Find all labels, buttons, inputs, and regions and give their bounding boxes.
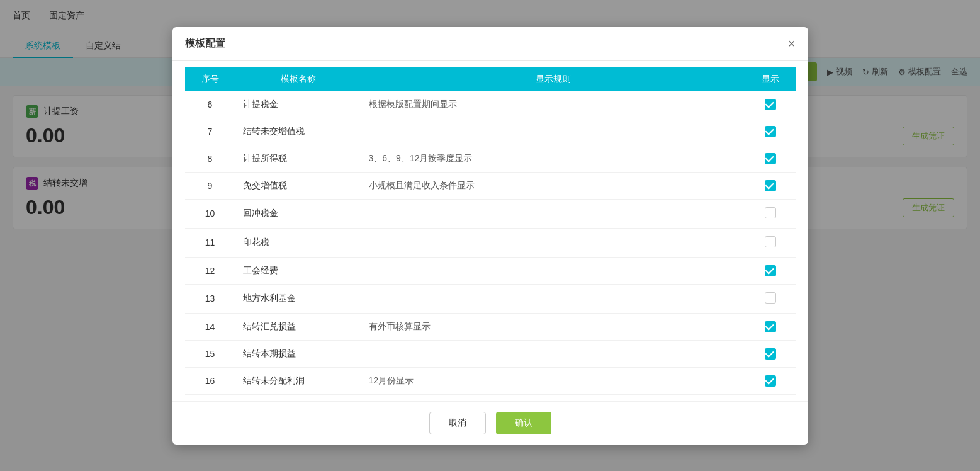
modal-overlay: 模板配置 × 序号 模板名称 显示规则 显示 6计提税金根据模版配置期间显示7结… — [0, 0, 980, 471]
row-rule — [361, 340, 745, 367]
row-checkbox[interactable] — [765, 207, 776, 218]
row-rule: 3、6、9、12月按季度显示 — [361, 145, 745, 172]
row-no: 8 — [185, 145, 235, 172]
row-rule — [361, 118, 745, 145]
col-header-rule: 显示规则 — [361, 67, 745, 91]
row-checkbox-cell — [745, 367, 796, 394]
row-no: 9 — [185, 172, 235, 199]
config-table: 序号 模板名称 显示规则 显示 6计提税金根据模版配置期间显示7结转未交增值税8… — [185, 67, 796, 395]
modal-header: 模板配置 × — [172, 27, 808, 61]
row-checkbox[interactable] — [765, 292, 776, 304]
row-checkbox[interactable] — [765, 99, 776, 110]
row-rule: 小规模且满足收入条件显示 — [361, 172, 745, 199]
modal-title: 模板配置 — [185, 37, 225, 50]
row-name: 结转未交增值税 — [235, 118, 361, 145]
row-name: 回冲税金 — [235, 199, 361, 228]
row-name: 计提所得税 — [235, 145, 361, 172]
row-checkbox[interactable] — [765, 321, 776, 332]
table-row: 12工会经费 — [185, 257, 796, 284]
row-no: 13 — [185, 284, 235, 313]
col-header-no: 序号 — [185, 67, 235, 91]
row-checkbox[interactable] — [765, 375, 776, 387]
row-checkbox[interactable] — [765, 265, 776, 276]
table-row: 13地方水利基金 — [185, 284, 796, 313]
row-checkbox[interactable] — [765, 236, 776, 247]
table-row: 11印花税 — [185, 228, 796, 257]
row-checkbox-cell — [745, 91, 796, 118]
cancel-button[interactable]: 取消 — [429, 412, 486, 434]
row-name: 结转本期损益 — [235, 340, 361, 367]
table-row: 10回冲税金 — [185, 199, 796, 228]
row-rule: 12月份显示 — [361, 367, 745, 394]
row-checkbox-cell — [745, 340, 796, 367]
table-row: 15结转本期损益 — [185, 340, 796, 367]
table-row: 16结转未分配利润12月份显示 — [185, 367, 796, 394]
row-name: 印花税 — [235, 228, 361, 257]
row-name: 结转未分配利润 — [235, 367, 361, 394]
row-checkbox-cell — [745, 118, 796, 145]
row-rule — [361, 228, 745, 257]
row-rule: 根据模版配置期间显示 — [361, 91, 745, 118]
row-checkbox-cell — [745, 284, 796, 313]
row-checkbox-cell — [745, 199, 796, 228]
row-rule — [361, 284, 745, 313]
row-checkbox[interactable] — [765, 348, 776, 360]
row-no: 7 — [185, 118, 235, 145]
row-no: 14 — [185, 313, 235, 340]
row-checkbox-cell — [745, 257, 796, 284]
table-row: 7结转未交增值税 — [185, 118, 796, 145]
row-checkbox-cell — [745, 228, 796, 257]
row-no: 10 — [185, 199, 235, 228]
row-checkbox[interactable] — [765, 126, 776, 137]
row-rule — [361, 257, 745, 284]
row-no: 11 — [185, 228, 235, 257]
row-checkbox[interactable] — [765, 180, 776, 191]
table-row: 9免交增值税小规模且满足收入条件显示 — [185, 172, 796, 199]
confirm-button[interactable]: 确认 — [496, 412, 551, 434]
col-header-name: 模板名称 — [235, 67, 361, 91]
table-header: 序号 模板名称 显示规则 显示 — [185, 67, 796, 91]
row-name: 工会经费 — [235, 257, 361, 284]
row-name: 结转汇兑损益 — [235, 313, 361, 340]
row-name: 计提税金 — [235, 91, 361, 118]
row-rule: 有外币核算显示 — [361, 313, 745, 340]
row-checkbox-cell — [745, 172, 796, 199]
row-checkbox[interactable] — [765, 153, 776, 164]
row-no: 6 — [185, 91, 235, 118]
table-row: 6计提税金根据模版配置期间显示 — [185, 91, 796, 118]
row-checkbox-cell — [745, 313, 796, 340]
row-rule — [361, 199, 745, 228]
modal-close-button[interactable]: × — [788, 37, 796, 50]
row-no: 15 — [185, 340, 235, 367]
row-no: 16 — [185, 367, 235, 394]
row-name: 地方水利基金 — [235, 284, 361, 313]
table-body: 6计提税金根据模版配置期间显示7结转未交增值税8计提所得税3、6、9、12月按季… — [185, 91, 796, 395]
table-row: 8计提所得税3、6、9、12月按季度显示 — [185, 145, 796, 172]
row-checkbox-cell — [745, 145, 796, 172]
row-name: 免交增值税 — [235, 172, 361, 199]
modal-body: 序号 模板名称 显示规则 显示 6计提税金根据模版配置期间显示7结转未交增值税8… — [172, 61, 808, 401]
row-no: 12 — [185, 257, 235, 284]
modal-footer: 取消 确认 — [172, 401, 808, 445]
col-header-display: 显示 — [745, 67, 796, 91]
template-config-modal: 模板配置 × 序号 模板名称 显示规则 显示 6计提税金根据模版配置期间显示7结… — [172, 27, 808, 445]
table-row: 14结转汇兑损益有外币核算显示 — [185, 313, 796, 340]
